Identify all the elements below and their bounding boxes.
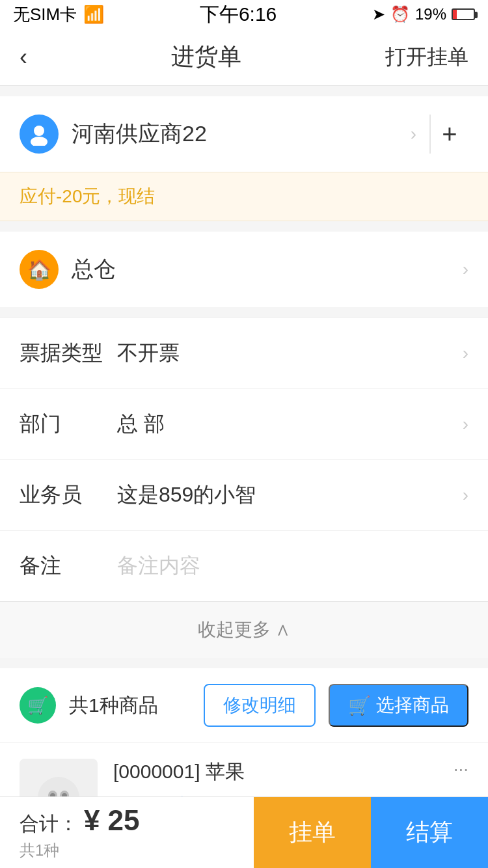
cart-icon: 🛒 xyxy=(20,687,56,724)
nav-bar: ‹ 进货单 打开挂单 xyxy=(0,29,488,86)
bottom-total: 合计： ¥ 25 共1种 xyxy=(0,804,254,861)
invoice-type-row[interactable]: 票据类型 不开票 xyxy=(0,318,488,388)
open-pending-button[interactable]: 打开挂单 xyxy=(385,43,468,72)
salesperson-value: 这是859的小智 xyxy=(117,481,463,509)
invoice-type-value: 不开票 xyxy=(117,339,463,368)
collapse-button[interactable]: 收起更多 ∧ xyxy=(0,601,488,658)
status-bar-right: ➤ ⏰ 19% xyxy=(372,5,475,23)
product-count-label: 共1种商品 xyxy=(69,692,191,719)
warehouse-section: 🏠 总仓 xyxy=(0,232,488,307)
battery-label: 19% xyxy=(415,5,446,23)
pend-button[interactable]: 挂单 xyxy=(254,797,371,869)
settle-button[interactable]: 结算 xyxy=(371,797,488,869)
invoice-type-chevron xyxy=(463,343,468,364)
total-count: 共1种 xyxy=(20,840,234,861)
warehouse-chevron-icon xyxy=(463,259,468,280)
bottom-bar: 合计： ¥ 25 共1种 挂单 结算 xyxy=(0,796,488,868)
supplier-section: 河南供应商22 + 应付-20元，现结 xyxy=(0,96,488,221)
remark-label: 备注 xyxy=(20,552,117,580)
alarm-icon: ⏰ xyxy=(390,5,410,23)
warehouse-row[interactable]: 🏠 总仓 xyxy=(0,232,488,307)
salesperson-label: 业务员 xyxy=(20,481,117,509)
product-name-label: [0000001] 苹果 xyxy=(113,759,438,785)
department-value: 总 部 xyxy=(117,410,463,439)
product-header: 🛒 共1种商品 修改明细 🛒 选择商品 xyxy=(0,668,488,743)
modify-detail-button[interactable]: 修改明细 xyxy=(204,684,316,727)
back-button[interactable]: ‹ xyxy=(20,44,27,71)
total-amount: ¥ 25 xyxy=(84,804,140,836)
supplier-name-label: 河南供应商22 xyxy=(72,119,411,149)
select-product-button[interactable]: 🛒 选择商品 xyxy=(329,684,468,727)
select-product-label: 选择商品 xyxy=(376,693,449,718)
total-label: 合计： xyxy=(20,813,78,834)
status-bar-time: 下午6:16 xyxy=(200,1,277,28)
remark-input[interactable]: 备注内容 xyxy=(117,552,468,580)
supplier-row[interactable]: 河南供应商22 + xyxy=(0,96,488,172)
product-more-button[interactable]: ··· xyxy=(454,759,468,780)
warehouse-icon: 🏠 xyxy=(20,250,59,289)
supplier-avatar xyxy=(20,115,59,154)
invoice-type-label: 票据类型 xyxy=(20,339,117,368)
department-label: 部门 xyxy=(20,410,117,439)
wifi-icon: 📶 xyxy=(83,5,104,25)
department-chevron xyxy=(463,414,468,435)
svg-point-0 xyxy=(34,126,44,136)
form-section: 票据类型 不开票 部门 总 部 业务员 这是859的小智 备注 备注内容 收起更… xyxy=(0,318,488,658)
add-supplier-button[interactable]: + xyxy=(429,115,468,154)
status-bar-left: 无SIM卡 📶 xyxy=(13,3,104,26)
remark-row[interactable]: 备注 备注内容 xyxy=(0,530,488,601)
collapse-label: 收起更多 ∧ xyxy=(198,617,291,642)
supplier-chevron-icon xyxy=(411,124,416,144)
salesperson-row[interactable]: 业务员 这是859的小智 xyxy=(0,459,488,530)
status-bar: 无SIM卡 📶 下午6:16 ➤ ⏰ 19% xyxy=(0,0,488,29)
user-icon xyxy=(27,122,51,146)
location-icon: ➤ xyxy=(372,5,385,23)
select-product-icon: 🛒 xyxy=(348,695,371,716)
salesperson-chevron xyxy=(463,485,468,506)
page-title: 进货单 xyxy=(171,41,241,73)
department-row[interactable]: 部门 总 部 xyxy=(0,388,488,459)
battery-icon xyxy=(452,8,475,20)
svg-point-1 xyxy=(31,137,47,146)
carrier-label: 无SIM卡 xyxy=(13,3,77,26)
supplier-notice: 应付-20元，现结 xyxy=(0,172,488,221)
warehouse-name-label: 总仓 xyxy=(72,254,463,284)
